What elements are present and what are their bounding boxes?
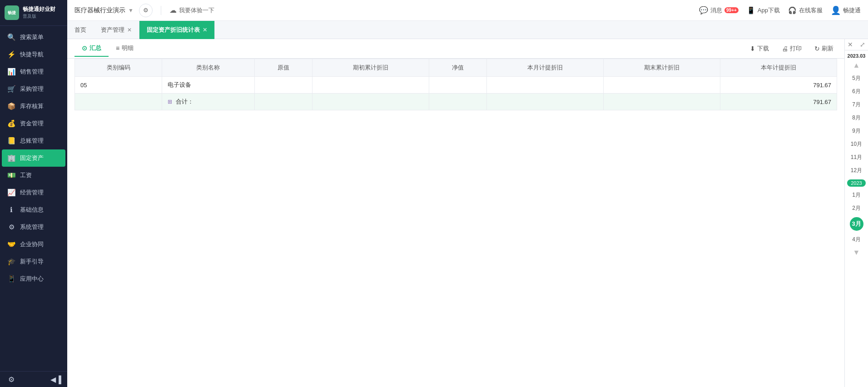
sidebar-header: 畅捷 畅捷通好业财 普及版 [0, 0, 67, 26]
sidebar-item-system[interactable]: ⚙ 系统管理 [0, 218, 67, 236]
sidebar-item-purchase[interactable]: 🛒 采购管理 [0, 80, 67, 98]
month-8[interactable]: 8月 [845, 112, 868, 124]
settings-icon[interactable]: ⚙ [7, 375, 15, 383]
cloud-icon: ☁ [169, 6, 177, 15]
sidebar-item-operations[interactable]: 📈 经营管理 [0, 184, 67, 201]
collapse-icon[interactable]: ◀▐ [52, 375, 60, 383]
sidebar-item-label-guide: 新手引导 [20, 258, 44, 266]
panel-header: ✕ ⤢ [845, 39, 868, 50]
download-button[interactable]: ⬇ 下载 [746, 43, 773, 55]
month-12[interactable]: 12月 [845, 164, 868, 177]
sidebar-item-funds[interactable]: 💰 资金管理 [0, 115, 67, 132]
subtotal-original [254, 94, 312, 110]
subtotal-annual-dep: 791.67 [720, 94, 837, 110]
operations-icon: 📈 [7, 189, 15, 197]
sidebar-item-quick-nav[interactable]: ⚡ 快捷导航 [0, 46, 67, 63]
messages-button[interactable]: 💬 消息 99+ [699, 6, 739, 15]
sidebar-item-label-search: 搜索菜单 [20, 33, 44, 41]
sidebar-item-label-enterprise: 企业协同 [20, 240, 44, 248]
tab-fixed-depreciation[interactable]: 固定资产折旧统计表 ✕ [139, 21, 215, 39]
table-wrap: 类别编码 类别名称 原值 期初累计折旧 净值 本月计提折旧 期末累计折旧 本年计… [67, 59, 844, 387]
col-net: 净值 [429, 59, 486, 77]
sidebar-item-label-sales: 销售管理 [20, 68, 44, 76]
user-label: 畅捷通 [843, 6, 861, 15]
month-1[interactable]: 1月 [845, 189, 868, 201]
main-content: 医疗器械行业演示 ▼ ⚙ ☁ 我要体验一下 💬 消息 99+ 📱 App下载 🎧… [67, 0, 868, 387]
sidebar-item-label-inventory: 库存核算 [20, 102, 44, 110]
col-name: 类别名称 [162, 59, 255, 77]
sidebar-item-inventory[interactable]: 📦 库存核算 [0, 98, 67, 115]
system-icon: ⚙ [7, 223, 15, 231]
tab-home[interactable]: 首页 [67, 21, 94, 39]
cell-monthly-dep [487, 77, 604, 94]
cell-code: 05 [75, 77, 162, 94]
experience-label: 我要体验一下 [179, 6, 214, 15]
month-5[interactable]: 5月 [845, 72, 868, 84]
month-2[interactable]: 2月 [845, 202, 868, 214]
sidebar-item-label-system: 系统管理 [20, 223, 44, 231]
content-main: ⊙ 汇总 ≡ 明细 ⬇ 下载 🖨 打印 [67, 39, 844, 387]
sidebar-item-fixed-assets[interactable]: 🏢 固定资产 [2, 149, 65, 167]
year-display: 2023.03 [845, 50, 868, 60]
nav-up-button[interactable]: ▲ [851, 60, 862, 71]
topbar-settings-button[interactable]: ⚙ [139, 4, 153, 17]
app-center-icon: 📱 [7, 275, 15, 283]
tab-asset-mgmt-label: 资产管理 [101, 26, 124, 34]
sidebar-item-label-ledger: 总账管理 [20, 137, 44, 145]
sidebar-nav: 🔍 搜索菜单 ⚡ 快捷导航 📊 销售管理 🛒 采购管理 📦 库存核算 💰 资金管… [0, 26, 67, 371]
user-menu[interactable]: 👤 畅捷通 [831, 5, 861, 15]
download-icon: 📱 [747, 6, 755, 15]
month-4[interactable]: 4月 [845, 233, 868, 246]
tab-fixed-depreciation-close[interactable]: ✕ [203, 27, 207, 33]
sidebar-item-guide[interactable]: 🎓 新手引导 [0, 253, 67, 270]
month-11[interactable]: 11月 [845, 151, 868, 164]
tab-fixed-depreciation-label: 固定资产折旧统计表 [147, 26, 200, 34]
subtotal-text: 合计： [176, 98, 193, 105]
sidebar-item-basic-info[interactable]: ℹ 基础信息 [0, 201, 67, 218]
tab-asset-mgmt-close[interactable]: ✕ [127, 27, 132, 33]
sidebar-item-sales[interactable]: 📊 销售管理 [0, 63, 67, 80]
current-month-container: 3月 [845, 215, 868, 233]
subtab-summary[interactable]: ⊙ 汇总 [74, 40, 109, 57]
subtab-detail-label: 明细 [122, 44, 134, 52]
search-icon: 🔍 [7, 33, 15, 41]
subtab-detail[interactable]: ≡ 明细 [109, 40, 141, 57]
sidebar-item-enterprise[interactable]: 🤝 企业协同 [0, 236, 67, 253]
inventory-icon: 📦 [7, 102, 15, 110]
subtotal-net [429, 94, 486, 110]
topbar: 医疗器械行业演示 ▼ ⚙ ☁ 我要体验一下 💬 消息 99+ 📱 App下载 🎧… [67, 0, 868, 21]
month-9[interactable]: 9月 [845, 125, 868, 137]
sidebar-item-label-fixed-assets: 固定资产 [20, 154, 44, 162]
month-3-current[interactable]: 3月 [850, 217, 863, 231]
month-10[interactable]: 10月 [845, 138, 868, 150]
app-logo: 畅捷 [5, 5, 19, 20]
sidebar-item-salary[interactable]: 💵 工资 [0, 167, 67, 184]
online-service-button[interactable]: 🎧 在线客服 [788, 6, 823, 15]
tab-asset-mgmt[interactable]: 资产管理 ✕ [94, 21, 139, 39]
online-service-label: 在线客服 [799, 6, 823, 15]
sidebar-item-app-center[interactable]: 📱 应用中心 [0, 270, 67, 288]
month-6[interactable]: 6月 [845, 85, 868, 98]
panel-nav-area: ▲ 5月 6月 7月 8月 9月 10月 11月 12月 2023 1月 2月 … [845, 60, 868, 387]
app-name: 畅捷通好业财 [23, 6, 55, 13]
month-7[interactable]: 7月 [845, 99, 868, 111]
app-download-button[interactable]: 📱 App下载 [747, 6, 780, 15]
enterprise-icon: 🤝 [7, 240, 15, 248]
panel-close-button[interactable]: ✕ [848, 41, 853, 48]
sidebar-item-label-purchase: 采购管理 [20, 85, 44, 93]
depreciation-table: 类别编码 类别名称 原值 期初累计折旧 净值 本月计提折旧 期末累计折旧 本年计… [74, 59, 837, 110]
sidebar-item-search[interactable]: 🔍 搜索菜单 [0, 29, 67, 46]
app-title-wrap: 畅捷通好业财 普及版 [23, 6, 55, 20]
sidebar-item-ledger[interactable]: 📒 总账管理 [0, 132, 67, 149]
sidebar-footer: ⚙ ◀▐ [0, 371, 67, 387]
experience-button[interactable]: ☁ 我要体验一下 [169, 6, 214, 15]
cell-net [429, 77, 486, 94]
company-selector[interactable]: 医疗器械行业演示 ▼ [74, 6, 134, 15]
panel-expand-button[interactable]: ⤢ [860, 41, 865, 48]
user-avatar-icon: 👤 [831, 5, 841, 15]
content-area: ⊙ 汇总 ≡ 明细 ⬇ 下载 🖨 打印 [67, 39, 868, 387]
nav-down-button[interactable]: ▼ [851, 247, 862, 258]
print-button[interactable]: 🖨 打印 [778, 43, 805, 55]
refresh-button[interactable]: ↻ 刷新 [811, 43, 837, 55]
sidebar-item-label-app-center: 应用中心 [20, 275, 44, 283]
